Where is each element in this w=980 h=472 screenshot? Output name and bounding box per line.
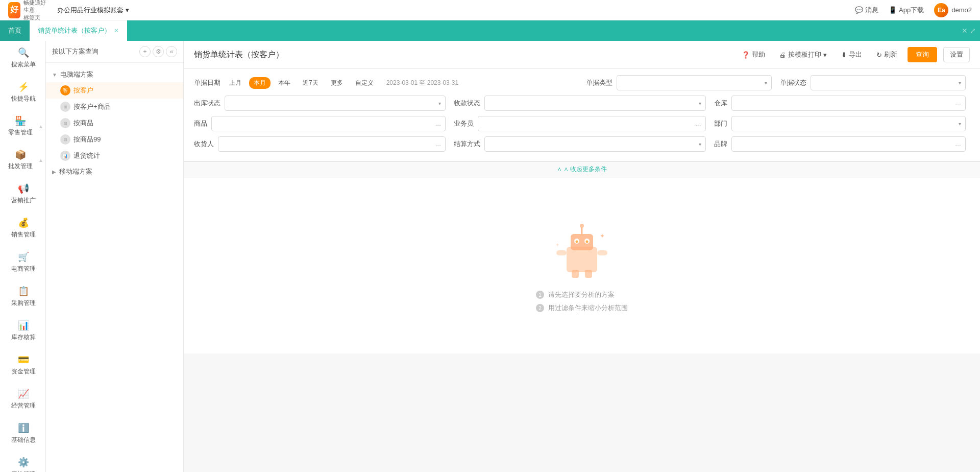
close-all-icon[interactable]: ✕ <box>962 27 968 35</box>
desktop-scheme-parent[interactable]: ▼ 电脑端方案 <box>46 67 183 82</box>
page-title: 销货单统计表（按客户） <box>194 50 284 60</box>
chevron-down-icon: ▾ <box>959 121 961 127</box>
collapse-icon: ∧ <box>557 166 562 173</box>
scheme-return-stats[interactable]: 📊 退货统计 <box>46 148 183 164</box>
settings-btn[interactable]: 设置 <box>943 47 970 62</box>
mobile-scheme-group: ▶ 移动端方案 <box>46 164 183 179</box>
scheme-by-customer[interactable]: 客 按客户 <box>46 82 183 99</box>
scheme-by-product[interactable]: ⊡ 按商品 <box>46 115 183 131</box>
date-range-display: 2023-03-01 至 2023-03-31 <box>386 79 458 87</box>
date-btn-7days[interactable]: 近7天 <box>298 77 323 89</box>
expand-arrow-icon: ▼ <box>52 72 57 78</box>
product-filter-col: 商品 … <box>194 116 450 131</box>
scheme-icon: ⊞ <box>60 102 70 112</box>
logo-icon: 好 <box>8 2 20 18</box>
sidebar-item-marketing[interactable]: 📢 营销推广 <box>0 177 45 211</box>
download-icon: 📱 <box>889 6 897 14</box>
sidebar-item-search-menu[interactable]: 🔍 搜索菜单 <box>0 41 45 75</box>
logo-text: 畅捷通好生意 标签页 <box>23 0 49 21</box>
template-print-btn[interactable]: 🖨 按模板打印 ▾ <box>775 48 831 61</box>
sidebar-item-finance[interactable]: 💳 资金管理 <box>0 348 45 382</box>
filter-row-2: 出库状态 ▾ 收款状态 ▾ 仓库 … <box>194 96 970 111</box>
query-btn[interactable]: 查询 <box>908 47 937 62</box>
tab-close-icon[interactable]: ✕ <box>114 27 119 34</box>
message-btn[interactable]: 💬 消息 <box>855 6 878 15</box>
sales-icon: 💰 <box>18 217 29 228</box>
brand-input[interactable]: … <box>731 136 966 152</box>
sidebar-item-operations[interactable]: 📈 经营管理 <box>0 382 45 416</box>
export-icon: ⬇ <box>841 51 847 59</box>
logo-area: 好 畅捷通好生意 标签页 <box>8 0 49 21</box>
order-status-filter-col: 单据状态 ▾ <box>776 75 970 90</box>
product-input[interactable]: … <box>211 116 446 131</box>
sidebar-item-basic-info[interactable]: ℹ️ 基础信息 <box>0 416 45 451</box>
chevron-left-icon: « <box>170 48 174 55</box>
date-btn-this-year[interactable]: 本年 <box>274 77 295 89</box>
sidebar: 🔍 搜索菜单 ⚡ 快捷导航 🏪 零售管理 ▲ 📦 批发管理 ▲ 📢 营销推广 <box>0 41 46 472</box>
scheme-by-product-99[interactable]: ⊡ 按商品99 <box>46 131 183 148</box>
salesperson-input[interactable]: … <box>478 116 705 131</box>
scheme-by-customer-product[interactable]: ⊞ 按客户+商品 <box>46 99 183 115</box>
sidebar-item-retail[interactable]: 🏪 零售管理 ▲ <box>0 109 45 143</box>
home-tab-label: 首页 <box>8 26 21 35</box>
sidebar-item-sales[interactable]: 💰 销售管理 <box>0 211 45 245</box>
dropdown-arrow-icon: ▾ <box>823 51 827 59</box>
filter-area: 单据日期 上月 本月 本年 近7天 更多 自定义 2023-03-01 至 20… <box>184 69 980 161</box>
retail-icon: 🏪 <box>15 115 26 127</box>
help-icon: ❓ <box>742 51 750 59</box>
scheme-icon: ⊡ <box>60 134 70 145</box>
page-header: 销货单统计表（按客户） ❓ 帮助 🖨 按模板打印 ▾ ⬇ 导出 ↻ 刷新 <box>184 41 980 69</box>
tab-home[interactable]: 首页 <box>0 20 30 41</box>
svg-text:✦: ✦ <box>555 242 559 248</box>
sidebar-item-ecommerce[interactable]: 🛒 电商管理 <box>0 245 45 279</box>
date-btn-last-month[interactable]: 上月 <box>225 77 246 89</box>
scheme-icon: 📊 <box>60 151 70 161</box>
scheme-tree: ▼ 电脑端方案 客 按客户 ⊞ 按客户+商品 ⊡ 按商品 ⊡ 按商品99 <box>46 63 183 183</box>
settings-scheme-btn[interactable]: ⚙ <box>153 46 164 57</box>
payment-status-select[interactable]: ▾ <box>484 96 705 111</box>
user-menu[interactable]: Ea demo2 <box>934 3 972 17</box>
add-scheme-btn[interactable]: + <box>139 46 151 57</box>
empty-state-steps: 1 请先选择要分析的方案 2 用过滤条件来缩小分析范围 <box>536 290 628 313</box>
industry-arrow-icon: ▾ <box>126 6 129 14</box>
refresh-btn[interactable]: ↻ 刷新 <box>872 48 901 61</box>
nav-tab-actions: ✕ ⤢ <box>962 27 980 35</box>
svg-rect-11 <box>585 270 592 278</box>
date-btn-this-month[interactable]: 本月 <box>249 77 271 89</box>
export-btn[interactable]: ⬇ 导出 <box>837 48 866 61</box>
maximize-icon[interactable]: ⤢ <box>970 27 976 35</box>
date-btn-more[interactable]: 更多 <box>326 77 348 89</box>
date-btn-custom[interactable]: 自定义 <box>351 77 378 89</box>
collapse-bar[interactable]: ∧ ∧ 收起更多条件 <box>184 161 980 177</box>
scheme-active-icon: 客 <box>60 85 70 96</box>
mobile-scheme-parent[interactable]: ▶ 移动端方案 <box>46 164 183 179</box>
page-actions: ❓ 帮助 🖨 按模板打印 ▾ ⬇ 导出 ↻ 刷新 查询 <box>738 47 970 62</box>
empty-svg: ✦ ✦ <box>551 219 612 280</box>
help-btn[interactable]: ❓ 帮助 <box>738 48 769 61</box>
svg-rect-9 <box>597 250 607 255</box>
payment-method-select[interactable]: ▾ <box>484 136 705 152</box>
tab-sales-report[interactable]: 销货单统计表（按客户） ✕ <box>30 20 127 41</box>
order-type-select[interactable]: ▾ <box>617 75 772 90</box>
svg-rect-10 <box>572 270 579 278</box>
sidebar-item-wholesale[interactable]: 📦 批发管理 ▲ <box>0 143 45 177</box>
warehouse-input[interactable]: … <box>731 96 966 111</box>
collapse-panel-btn[interactable]: « <box>166 46 177 57</box>
dept-select[interactable]: ▾ <box>731 116 966 131</box>
industry-selector[interactable]: 办公用品行业模拟账套 ▾ <box>53 4 133 17</box>
sidebar-item-quick-nav[interactable]: ⚡ 快捷导航 <box>0 75 45 109</box>
sidebar-item-system[interactable]: ⚙️ 系统管理 <box>0 451 45 472</box>
date-filter-col: 单据日期 上月 本月 本年 近7天 更多 自定义 2023-03-01 至 20… <box>194 77 582 89</box>
app-download-btn[interactable]: 📱 App下载 <box>889 6 924 15</box>
shipment-status-filter-col: 出库状态 ▾ <box>194 96 450 111</box>
order-status-select[interactable]: ▾ <box>811 75 966 90</box>
sidebar-item-purchase[interactable]: 📋 采购管理 <box>0 279 45 314</box>
basic-info-icon: ℹ️ <box>18 422 29 434</box>
receiver-input[interactable]: … <box>218 136 446 152</box>
shipment-status-select[interactable]: ▾ <box>225 96 446 111</box>
sidebar-item-inventory[interactable]: 📊 库存核算 <box>0 314 45 348</box>
brand-filter-col: 品牌 … <box>710 136 970 152</box>
svg-rect-0 <box>567 247 597 272</box>
nav-tabs: 首页 销货单统计表（按客户） ✕ ✕ ⤢ <box>0 20 980 41</box>
filter-row-3: 商品 … 业务员 … 部门 ▾ <box>194 116 970 131</box>
